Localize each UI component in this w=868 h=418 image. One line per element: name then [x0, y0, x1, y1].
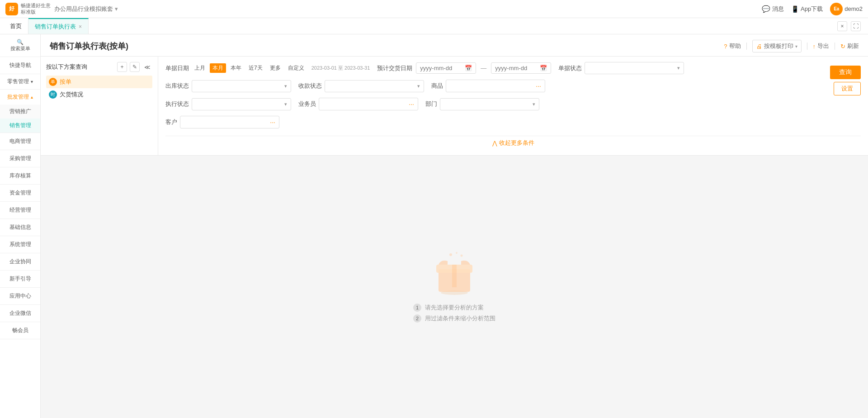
sidebar-item-new-guide[interactable]: 新手引导 — [0, 271, 40, 288]
breadcrumb-text: 办公用品行业模拟账套 — [54, 5, 113, 13]
date-btn-last7[interactable]: 近7天 — [246, 63, 265, 73]
sidebar-basic-info-label: 基础信息 — [9, 224, 31, 230]
content-area: 销售订单执行表(按单) ? 帮助 🖨 按模板打印 ▾ ↑ — [41, 34, 868, 418]
sidebar-member-label: 畅会员 — [12, 327, 28, 333]
svg-point-5 — [456, 252, 458, 254]
department-input[interactable] — [444, 101, 533, 108]
empty-text-list: 1 请先选择要分析的方案 2 用过滤条件来缩小分析范围 — [413, 304, 495, 323]
sidebar-item-wholesale-mgmt[interactable]: 批发管理 ▴ — [0, 90, 40, 104]
expected-delivery-start-input[interactable] — [420, 65, 463, 71]
outbound-status-select[interactable]: ▾ — [192, 80, 291, 92]
add-scheme-button[interactable]: + — [117, 62, 127, 72]
empty-icon — [427, 251, 481, 296]
message-button[interactable]: 💬 消息 — [762, 5, 784, 13]
payment-status-input[interactable] — [329, 83, 417, 90]
sidebar-item-member[interactable]: 畅会员 — [0, 322, 40, 339]
svg-point-4 — [449, 253, 452, 256]
page-title: 销售订单执行表(按单) — [50, 41, 128, 52]
query-button[interactable]: 查询 — [830, 66, 861, 79]
execute-status-group: 执行状态 ▾ — [165, 98, 291, 110]
tab-close-icon[interactable]: × — [79, 24, 82, 30]
tab-close-button[interactable]: × — [837, 21, 847, 31]
sidebar-quick-nav[interactable]: 快捷导航 — [0, 57, 40, 74]
sidebar-item-finance[interactable]: 资金管理 — [0, 185, 40, 202]
collapse-up-icon: ⋀ — [492, 140, 497, 147]
customer-label: 客户 — [165, 118, 177, 126]
refresh-icon: ↻ — [840, 43, 845, 50]
sidebar-sub-marketing[interactable]: 营销推广 — [0, 104, 40, 119]
sidebar-item-retail-mgmt[interactable]: 零售管理 ▾ — [0, 74, 40, 89]
breadcrumb[interactable]: 办公用品行业模拟账套 ▾ — [54, 5, 118, 13]
empty-num-2: 2 — [413, 314, 421, 323]
chevron-up-icon: ▴ — [31, 95, 33, 100]
sidebar-sub-sales-mgmt[interactable]: 销售管理 — [0, 119, 40, 133]
sidebar-group-retail: 零售管理 ▾ — [0, 74, 40, 90]
query-actions: 查询 设置 — [826, 62, 861, 99]
sidebar-item-purchase[interactable]: 采购管理 — [0, 150, 40, 167]
order-status-select[interactable]: ▾ — [585, 62, 684, 74]
sidebar-item-operations[interactable]: 经营管理 — [0, 202, 40, 219]
date-quick-buttons: 上月 本月 本年 近7天 更多 自定义 — [192, 63, 307, 73]
goods-select[interactable]: ··· — [446, 80, 545, 92]
salesperson-input[interactable] — [323, 101, 409, 108]
tab-sales-order[interactable]: 销售订单执行表 × — [28, 18, 89, 34]
date-btn-current-year[interactable]: 本年 — [228, 63, 244, 73]
order-status-input[interactable] — [589, 65, 677, 71]
expected-delivery-end-input[interactable] — [495, 65, 538, 71]
tab-home[interactable]: 首页 — [4, 18, 28, 34]
top-bar-left: 好 畅捷通好生意 标准版 办公用品行业模拟账套 ▾ — [5, 3, 118, 15]
customer-dots-icon[interactable]: ··· — [270, 119, 275, 126]
help-button[interactable]: ? 帮助 — [724, 42, 741, 50]
collapse-filter-button[interactable]: ⋀ 收起更多条件 — [165, 136, 861, 150]
tab-sales-order-label: 销售订单执行表 — [35, 23, 76, 31]
settings-button[interactable]: 设置 — [834, 82, 861, 95]
print-button[interactable]: 🖨 按模板打印 ▾ — [752, 40, 802, 52]
edit-scheme-button[interactable]: ✎ — [130, 62, 140, 72]
collapse-left-button[interactable]: ≪ — [142, 62, 152, 72]
svg-rect-3 — [452, 265, 457, 287]
date-btn-more[interactable]: 更多 — [267, 63, 283, 73]
goods-input[interactable] — [450, 83, 536, 90]
date-btn-current-month[interactable]: 本月 — [210, 63, 226, 73]
salesperson-dots-icon[interactable]: ··· — [409, 100, 414, 108]
user-profile[interactable]: Ea demo2 — [830, 3, 863, 15]
outbound-status-input[interactable] — [196, 83, 284, 90]
sidebar-item-system[interactable]: 系统管理 — [0, 236, 40, 253]
order-status-label: 单据状态 — [558, 64, 582, 72]
order-status-group: 单据状态 ▾ — [558, 62, 684, 74]
sidebar-item-enterprise-collab[interactable]: 企业协同 — [0, 253, 40, 271]
sidebar-item-basic-info[interactable]: 基础信息 — [0, 219, 40, 236]
execute-status-input[interactable] — [196, 101, 284, 108]
svg-point-6 — [461, 255, 463, 257]
sidebar-item-app-center[interactable]: 应用中心 — [0, 288, 40, 305]
collapse-text: 收起更多条件 — [499, 139, 534, 147]
app-container: 好 畅捷通好生意 标准版 办公用品行业模拟账套 ▾ 💬 消息 📱 App下载 — [0, 0, 868, 418]
expected-delivery-end[interactable]: 📅 — [491, 62, 551, 74]
customer-input[interactable] — [184, 119, 270, 126]
app-download-button[interactable]: 📱 App下载 — [791, 5, 823, 13]
sidebar-item-enterprise-wechat[interactable]: 企业微信 — [0, 305, 40, 322]
goods-dots-icon[interactable]: ··· — [536, 82, 541, 90]
order-status-arrow-icon: ▾ — [677, 65, 680, 71]
filter-item-single-label: 按单 — [60, 78, 71, 86]
execute-status-select[interactable]: ▾ — [192, 98, 291, 110]
tab-maximize-button[interactable]: ⛶ — [851, 21, 861, 31]
filter-fields-area: 单据日期 上月 本月 本年 近7天 更多 自定义 — [165, 62, 826, 134]
sidebar-enterprise-collab-label: 企业协同 — [9, 258, 31, 265]
export-button[interactable]: ↑ 导出 — [813, 42, 830, 50]
salesperson-select[interactable]: ··· — [319, 98, 418, 110]
filter-item-owe-goods[interactable]: 时 欠货情况 — [46, 88, 152, 101]
sidebar-item-ecommerce[interactable]: 电商管理 — [0, 133, 40, 150]
expected-delivery-start[interactable]: 📅 — [416, 62, 476, 74]
refresh-button[interactable]: ↻ 刷新 — [840, 42, 859, 50]
payment-status-select[interactable]: ▾ — [325, 80, 424, 92]
date-btn-custom[interactable]: 自定义 — [285, 63, 307, 73]
date-btn-last-month[interactable]: 上月 — [192, 63, 208, 73]
divider-1 — [746, 43, 747, 50]
customer-select[interactable]: ··· — [180, 116, 279, 128]
sidebar-search[interactable]: 🔍 搜索菜单 — [0, 34, 40, 57]
divider-3 — [835, 43, 835, 50]
sidebar-item-inventory[interactable]: 库存核算 — [0, 167, 40, 185]
department-select[interactable]: ▾ — [440, 98, 539, 110]
filter-item-press-single[interactable]: 单 按单 — [46, 76, 152, 88]
